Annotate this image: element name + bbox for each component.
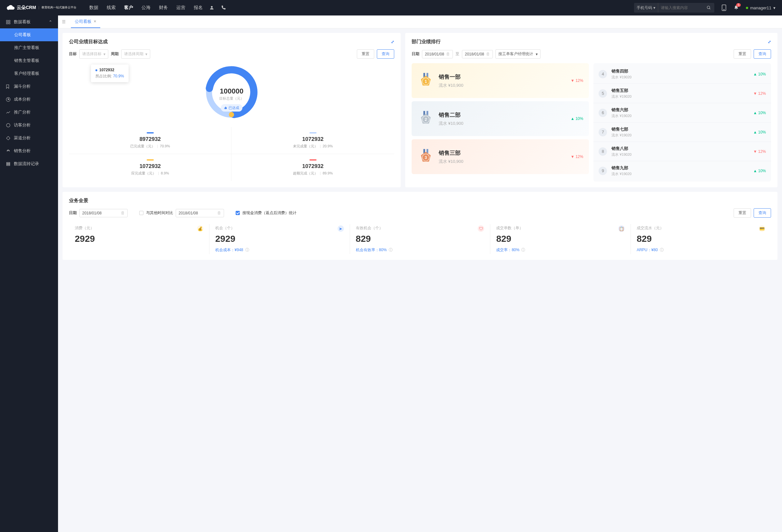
kpi-icon: ➤: [337, 225, 344, 232]
rank-row: 6销售六部流水 ¥19020▲ 10%: [594, 103, 771, 122]
close-icon[interactable]: ✕: [94, 19, 96, 24]
svg-text:1: 1: [425, 79, 427, 84]
user-menu[interactable]: manager11 ▾: [746, 5, 776, 10]
kpi-cell: 有效机会（个）🛡829机会有效率：80%ⓘ: [350, 224, 490, 254]
kpi-cell: 机会（个）➤2929机会成本：¥948ⓘ: [209, 224, 350, 254]
cash-checkbox[interactable]: [236, 211, 240, 215]
phone-icon[interactable]: [221, 5, 226, 10]
donut-chart: 1072932 所占比例: 70.9% 100000 目标总量（元）: [69, 63, 394, 121]
sidebar-item[interactable]: 漏斗分析: [0, 80, 58, 93]
reset-button[interactable]: 重置: [734, 49, 751, 59]
stat-by-select[interactable]: 按工单客户经理统计▾: [495, 49, 540, 59]
sidebar-sub-item[interactable]: 推广主管看板: [0, 41, 58, 54]
overview-card: 业务全景 日期 2018/01/08🗓 与其他时间对比 2018/01/08🗓 …: [63, 192, 778, 260]
cloud-icon: [6, 4, 15, 11]
chevron-down-icon: ▾: [653, 5, 655, 10]
help-icon[interactable]: ⓘ: [660, 247, 664, 253]
query-button[interactable]: 查询: [377, 49, 394, 59]
stat-cell: 1072932未完成量（元）|20.9%: [232, 127, 394, 154]
card-title-ranking: 部门业绩排行: [412, 39, 441, 45]
kpi-icon: 💰: [197, 225, 203, 232]
logo: 云朵CRM 教育机构一站式服务云平台: [6, 4, 76, 11]
sidebar: 数据看板 ⌃ 公司看板推广主管看板销售主管看板客户经理看板 漏斗分析成本分析推广…: [0, 15, 58, 532]
top-nav-item[interactable]: 财务: [159, 5, 168, 11]
card-title-overview: 业务全景: [69, 198, 88, 204]
sidebar-sub-item[interactable]: 公司看板: [0, 28, 58, 41]
reset-button[interactable]: 重置: [357, 49, 374, 59]
search-type-select[interactable]: 手机号码▾: [634, 3, 658, 12]
sidebar-item[interactable]: 成本分析: [0, 93, 58, 106]
rank-row: 7销售七部流水 ¥19020▲ 10%: [594, 122, 771, 142]
menu-toggle-icon[interactable]: ☰: [62, 19, 66, 24]
expand-icon[interactable]: ⤢: [768, 40, 771, 44]
select-period[interactable]: 请选择周期▾: [121, 49, 150, 59]
sidebar-item[interactable]: 访客分析: [0, 119, 58, 132]
compare-checkbox[interactable]: [139, 211, 143, 215]
dashboard-icon: [6, 20, 11, 25]
donut-sublabel: 目标总量（元）: [69, 96, 394, 101]
donut-total: 100000: [69, 87, 394, 96]
top-nav-item[interactable]: 运营: [176, 5, 185, 11]
top-nav: 数据线索客户公海财务运营报名: [89, 5, 203, 11]
thumbs-up-icon: [224, 106, 227, 110]
device-icon[interactable]: [721, 4, 726, 11]
medal-icon: 1: [418, 72, 434, 89]
chevron-up-icon: ⌃: [49, 20, 52, 25]
top-nav-item[interactable]: 数据: [89, 5, 98, 11]
stat-cell: 8972932已完成量（元）|70.9%: [69, 127, 232, 154]
query-button[interactable]: 查询: [754, 208, 771, 218]
date-from[interactable]: 2018/01/08🗓: [422, 50, 453, 58]
overview-date1[interactable]: 2018/01/08🗓: [79, 209, 128, 217]
search-input[interactable]: [658, 4, 703, 12]
stat-cell: 1072932超额完成（元）|89.9%: [232, 154, 394, 181]
svg-point-4: [724, 9, 724, 10]
nav-icon: [6, 110, 11, 115]
label-date: 日期: [69, 210, 77, 216]
reset-button[interactable]: 重置: [734, 208, 751, 218]
tab-bar: ☰ 公司看板 ✕: [58, 15, 782, 28]
sidebar-sub-item[interactable]: 客户经理看板: [0, 67, 58, 80]
svg-point-0: [211, 6, 212, 8]
nav-icon: [6, 97, 11, 102]
kpi-icon: 📋: [618, 225, 625, 232]
query-button[interactable]: 查询: [754, 49, 771, 59]
date-to[interactable]: 2018/01/08🗓: [462, 50, 493, 58]
top-nav-item[interactable]: 公海: [142, 5, 150, 11]
stat-cell: 1072932应完成量（元）|8.9%: [69, 154, 232, 181]
bell-icon[interactable]: 5: [734, 5, 739, 11]
cash-label: 按现金消费（返点后消费）统计: [242, 210, 296, 216]
sidebar-sub-item[interactable]: 销售主管看板: [0, 54, 58, 67]
nav-icon: [6, 123, 11, 128]
user-icon[interactable]: [209, 5, 214, 10]
help-icon[interactable]: ⓘ: [389, 247, 393, 253]
kpi-cell: 成交流水（元）💳829ARPU：¥80ⓘ: [631, 224, 771, 254]
nav-icon: [6, 136, 11, 141]
help-icon[interactable]: ⓘ: [521, 247, 525, 253]
help-icon[interactable]: ⓘ: [245, 247, 249, 253]
sidebar-item[interactable]: 渠道分析: [0, 132, 58, 144]
rank-card-top: 2销售二部流水 ¥10,900▲ 10%: [412, 101, 589, 136]
svg-text:3: 3: [425, 155, 427, 160]
overview-date2[interactable]: 2018/01/08🗓: [176, 209, 224, 217]
sidebar-header-dashboard[interactable]: 数据看板 ⌃: [0, 15, 58, 28]
tab-company-board[interactable]: 公司看板 ✕: [71, 16, 100, 28]
select-target[interactable]: 请选择目标▾: [79, 49, 108, 59]
nav-icon: [6, 162, 11, 166]
main-content: ☰ 公司看板 ✕ 公司业绩目标达成 ⤢ 目标 请选择目标▾ 周期: [58, 15, 782, 532]
label-period: 周期: [111, 51, 119, 57]
svg-rect-7: [6, 22, 8, 24]
top-nav-item[interactable]: 报名: [194, 5, 203, 11]
top-nav-item[interactable]: 线索: [107, 5, 116, 11]
search-box: 手机号码▾: [634, 3, 714, 12]
label-target: 目标: [69, 51, 77, 57]
search-button[interactable]: [703, 5, 714, 10]
label-date: 日期: [412, 51, 419, 57]
sidebar-item[interactable]: 数据流转记录: [0, 157, 58, 170]
card-title-target: 公司业绩目标达成: [69, 39, 108, 45]
kpi-cell: 消费（元）💰2929: [69, 224, 209, 254]
sidebar-item[interactable]: 推广分析: [0, 106, 58, 119]
rank-row: 8销售八部流水 ¥19020▼ 12%: [594, 142, 771, 161]
top-nav-item[interactable]: 客户: [124, 5, 133, 11]
sidebar-item[interactable]: 销售分析: [0, 144, 58, 157]
expand-icon[interactable]: ⤢: [391, 40, 394, 44]
